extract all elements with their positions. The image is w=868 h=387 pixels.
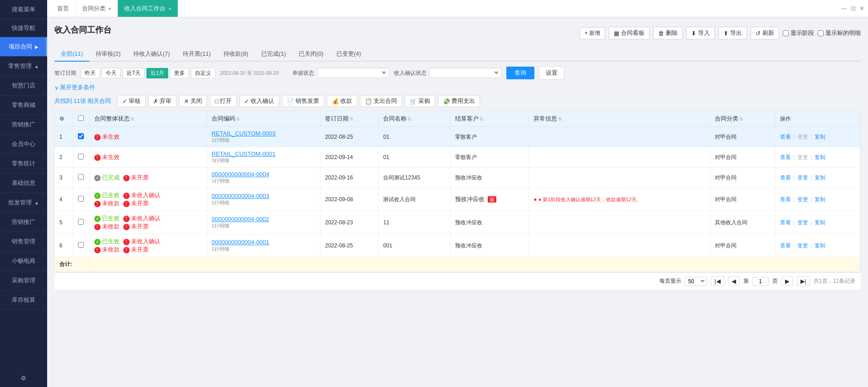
row6-copy[interactable]: 复制 [815, 242, 825, 249]
row5-code-link[interactable]: 0000000000004-0002 [212, 216, 269, 223]
next-page-btn[interactable]: ▶ [781, 276, 793, 286]
sidebar-item-retail-mgmt[interactable]: 零售管理 ▲ [0, 57, 47, 76]
expand-more-btn[interactable]: ∨ 展开更多条件 [54, 83, 861, 92]
row4-code-link[interactable]: 0000000000004-0003 [212, 193, 269, 199]
sidebar-item-project[interactable]: 项目合同 ▶ [0, 37, 47, 57]
row4-view[interactable]: 查看 [780, 196, 791, 203]
doc-status-select[interactable] [317, 68, 389, 78]
col-settings[interactable]: ⚙ [55, 111, 73, 127]
subtab-pending-confirm[interactable]: 待收入确认(7) [127, 47, 176, 61]
sidebar-item-retail-mall[interactable]: 零售商城 [0, 96, 47, 115]
subtab-done[interactable]: 已完成(1) [255, 47, 292, 61]
row6-view[interactable]: 查看 [780, 242, 791, 249]
sidebar-item-member[interactable]: 会员中心 [0, 135, 47, 154]
row5-view[interactable]: 查看 [780, 219, 791, 226]
window-minimize-icon[interactable]: — [841, 5, 847, 12]
tab-close-contract-category[interactable]: × [108, 6, 111, 11]
export-button[interactable]: ⬆ 导出 [718, 27, 747, 39]
query-button[interactable]: 查询 [506, 67, 534, 79]
new-button[interactable]: + 新增 [580, 27, 605, 39]
sidebar-item-marketing2[interactable]: 营销推广 [0, 213, 47, 232]
date-btn-more[interactable]: 更多 [170, 68, 189, 78]
income-confirm-select[interactable] [429, 68, 502, 78]
expense-button[interactable]: 💸 费用支出 [438, 95, 480, 107]
date-btn-last7[interactable]: 近7天 [122, 68, 145, 78]
row1-checkbox[interactable] [73, 127, 89, 147]
row6-code-link[interactable]: 0000000000004-0001 [212, 239, 269, 246]
sidebar-item-purchase[interactable]: 采购管理 [0, 271, 47, 290]
row2-code-link[interactable]: RETAIL_CUSTOM-0001 [212, 150, 276, 157]
row2-view[interactable]: 查看 [780, 154, 791, 160]
row3-copy[interactable]: 复制 [815, 174, 825, 181]
subtab-pending-payment[interactable]: 待收款(8) [217, 47, 255, 61]
sidebar-item-ecommerce[interactable]: 小畅电商 [0, 252, 47, 271]
date-btn-last1month[interactable]: 近1月 [146, 68, 169, 78]
gear-icon[interactable]: ⚙ [0, 369, 47, 387]
review-button[interactable]: ✓ 审核 [117, 95, 145, 107]
sidebar-item-wholesale[interactable]: 批发管理 ▲ [0, 193, 47, 213]
row5-copy[interactable]: 复制 [815, 219, 825, 226]
tab-home[interactable]: 首页 [51, 0, 76, 17]
subtab-pending-invoice[interactable]: 待开票(11) [176, 47, 217, 61]
sidebar-item-marketing[interactable]: 营销推广 [0, 115, 47, 135]
row4-copy[interactable]: 复制 [815, 196, 825, 203]
row1-copy[interactable]: 复制 [815, 134, 825, 140]
row2-change[interactable]: 变更 [797, 154, 808, 160]
open-button[interactable]: □ 打开 [210, 95, 237, 107]
last-page-btn[interactable]: ▶| [797, 276, 810, 286]
tab-contract-category[interactable]: 合同分类 × [76, 0, 118, 17]
sidebar-item-smart-store[interactable]: 智慧门店 [0, 76, 47, 96]
row1-view[interactable]: 查看 [780, 134, 791, 140]
purchase-button[interactable]: 🛒 采购 [405, 95, 435, 107]
sidebar-item-inventory[interactable]: 库存核算 [0, 290, 47, 310]
date-btn-yesterday[interactable]: 昨天 [81, 68, 100, 78]
sidebar-item-retail-stats[interactable]: 零售统计 [0, 154, 47, 174]
income-confirm-button[interactable]: ✓ 收入确认 [239, 95, 279, 107]
row3-change[interactable]: 变更 [797, 174, 808, 181]
expense-out-button[interactable]: 📋 支出合同 [360, 95, 402, 107]
subtab-changed[interactable]: 已变更(4) [330, 47, 368, 61]
show-detail-checkbox[interactable]: 显示标的明细 [818, 29, 861, 37]
show-stage-checkbox[interactable]: 显示阶段 [783, 29, 814, 37]
window-close-icon[interactable]: ✕ [859, 5, 864, 12]
window-restore-icon[interactable]: ⊡ [851, 5, 856, 12]
row4-checkbox[interactable] [73, 188, 89, 211]
tab-income-workbench[interactable]: 收入合同工作台 × [118, 0, 178, 17]
subtab-all[interactable]: 全部(11) [54, 47, 89, 62]
row3-code-link[interactable]: 0000000000004-0004 [212, 171, 269, 178]
kanban-button[interactable]: ▦ 合同看板 [609, 27, 650, 39]
row2-checkbox[interactable] [73, 147, 89, 168]
delete-button[interactable]: 🗑 删除 [653, 27, 683, 39]
abandon-review-button[interactable]: ✗ 弃审 [148, 95, 176, 107]
sales-invoice-button[interactable]: 📄 销售发票 [282, 95, 324, 107]
sidebar-item-base-info[interactable]: 基础信息 [0, 174, 47, 193]
first-page-btn[interactable]: |◀ [711, 276, 724, 286]
subtab-pending-review[interactable]: 待审核(2) [89, 47, 127, 61]
row6-checkbox[interactable] [73, 234, 89, 257]
payment-button[interactable]: 💰 收款 [327, 95, 357, 107]
sidebar-search[interactable]: 搜索菜单 [0, 0, 47, 19]
select-all-checkbox[interactable] [78, 115, 84, 121]
row3-view[interactable]: 查看 [780, 174, 791, 181]
row1-change[interactable]: 变更 [797, 134, 808, 140]
set-button[interactable]: 设置 [539, 66, 564, 80]
close-button[interactable]: ✕ 关闭 [179, 95, 207, 107]
tab-close-income-workbench[interactable]: × [168, 6, 171, 11]
row5-change[interactable]: 变更 [797, 219, 808, 226]
subtab-closed[interactable]: 已关闭(0) [292, 47, 330, 61]
prev-page-btn[interactable]: ◀ [728, 276, 740, 286]
date-btn-today[interactable]: 今天 [102, 68, 121, 78]
import-button[interactable]: ⬇ 导入 [686, 27, 715, 39]
row5-checkbox[interactable] [73, 211, 89, 234]
row6-change[interactable]: 变更 [797, 242, 808, 249]
row2-copy[interactable]: 复制 [815, 154, 825, 160]
row3-checkbox[interactable] [73, 168, 89, 188]
refresh-button[interactable]: ↺ 刷新 [751, 27, 779, 39]
sidebar-quick-nav[interactable]: 快捷导航 [0, 19, 47, 37]
date-btn-custom[interactable]: 自定义 [191, 68, 215, 78]
sidebar-item-sales-mgmt[interactable]: 销售管理 [0, 232, 47, 252]
row1-code-link[interactable]: RETAIL_CUSTOM-0003 [212, 130, 276, 137]
per-page-select[interactable]: 50 10 20 100 [685, 277, 707, 286]
page-input[interactable] [752, 277, 769, 286]
row4-change[interactable]: 变更 [797, 196, 808, 203]
